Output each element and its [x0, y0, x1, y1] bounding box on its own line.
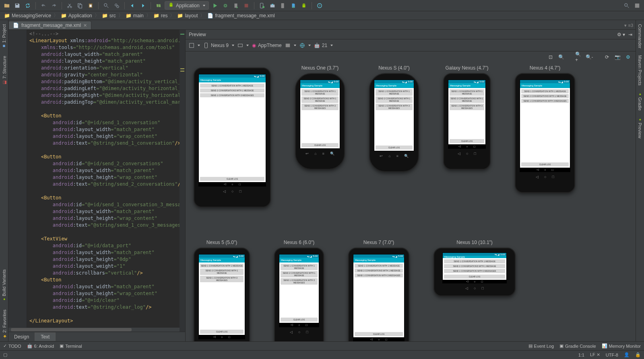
attach-debugger-icon[interactable]	[231, 1, 240, 10]
search-everywhere-icon[interactable]	[622, 1, 631, 10]
file-encoding[interactable]: UTF-8	[606, 353, 618, 357]
breadcrumb-item[interactable]: 📁src	[100, 13, 118, 18]
undo-icon[interactable]	[39, 1, 48, 10]
device-preview[interactable]: Nexus 4 (4.7")▾▴ ◢5:00Messaging SampleSE…	[515, 65, 575, 193]
stop-icon[interactable]	[242, 1, 251, 10]
save-all-icon[interactable]	[13, 1, 22, 10]
favorites-button[interactable]: ★2: Favorites	[2, 307, 7, 341]
activity-icon[interactable]	[285, 43, 296, 48]
forward-icon[interactable]	[138, 1, 147, 10]
make-icon[interactable]	[154, 1, 163, 10]
device-preview[interactable]: Nexus 7 (7.0")▾▴ ◢5:00Messaging SampleSE…	[348, 240, 409, 341]
device-preview[interactable]: Nexus 5 (5.0")▾▴ ◢5:00Messaging SampleSE…	[194, 240, 250, 341]
preview-toolbar: Nexus 9 ◉AppTheme 🤖21	[186, 39, 636, 51]
debug-icon[interactable]	[221, 1, 230, 10]
code-editor[interactable]: <!--...--> <LinearLayout xmlns:android="…	[27, 30, 185, 328]
refresh-icon[interactable]: ⟳	[603, 53, 611, 61]
open-icon[interactable]	[2, 1, 11, 10]
sync-gradle-icon[interactable]	[289, 1, 298, 10]
build-variants-button[interactable]: ⬥Build Variants	[2, 267, 6, 304]
inspection-icon[interactable]: 👤	[624, 352, 630, 357]
folder-icon: 📁	[153, 13, 159, 18]
settings-icon[interactable]: ⚙	[624, 53, 632, 61]
svg-rect-22	[205, 43, 208, 47]
copy-icon[interactable]	[76, 1, 85, 10]
lock-icon[interactable]: 🔒	[635, 352, 641, 357]
breadcrumb-item[interactable]: 📁layout	[175, 13, 199, 18]
gear-icon[interactable]: ⚙ ▾	[617, 32, 625, 37]
svg-rect-16	[281, 3, 284, 8]
status-bar: ▢ 1:1 LF ⨯ UTF-8 👤 🔒	[0, 350, 644, 359]
zoom-in-icon[interactable]: 🔍+	[575, 53, 582, 61]
tab-design[interactable]: Design	[8, 333, 35, 341]
cut-icon[interactable]	[65, 1, 74, 10]
ddms-icon[interactable]	[279, 1, 287, 10]
tab-text[interactable]: Text	[35, 332, 56, 341]
editor-marker-bar[interactable]	[180, 30, 185, 332]
sdk-manager-icon[interactable]	[268, 1, 277, 10]
theme-selector[interactable]: ◉AppTheme	[252, 43, 282, 48]
svg-rect-21	[190, 43, 194, 47]
locale-icon[interactable]	[299, 43, 311, 48]
breadcrumb-item[interactable]: 📁res	[152, 13, 169, 18]
device-preview[interactable]: Galaxy Nexus (4.7")▾▴ ◢5:00Messaging Sam…	[443, 65, 491, 170]
todo-button[interactable]: ✓ TODO	[3, 343, 21, 349]
redo-icon[interactable]	[50, 1, 58, 10]
device-name-label: Nexus 4 (4.7")	[530, 65, 560, 71]
zoom-fit-icon[interactable]: ⊡	[547, 53, 554, 61]
device-preview[interactable]: Nexus S (4.0")▾▴ ◢5:00Messaging SampleSE…	[369, 65, 419, 172]
line-ending[interactable]: LF ⨯	[590, 352, 600, 357]
breadcrumb-item[interactable]: 📁main	[124, 13, 145, 18]
tool-windows-icon[interactable]: ▢	[3, 352, 7, 357]
hide-icon[interactable]: ⇥	[628, 32, 632, 37]
editor-gutter[interactable]	[8, 30, 27, 328]
run-configuration-dropdown[interactable]: Application	[165, 1, 209, 10]
zoom-actual-icon[interactable]: 🔍	[557, 53, 565, 61]
breadcrumb-item[interactable]: 📁Application	[59, 13, 94, 18]
sync-icon[interactable]	[23, 1, 32, 10]
design-text-tabs: Design Text	[8, 332, 185, 341]
orientation-icon[interactable]	[237, 43, 249, 48]
terminal-button[interactable]: ▣ Terminal	[60, 343, 82, 349]
memory-monitor-button[interactable]: 📊 Memory Monitor	[602, 343, 641, 349]
device-preview[interactable]: Nexus 10 (10.1")▾▴ ◢5:00Messaging Sample…	[433, 240, 516, 296]
device-preview[interactable]: Nexus One (3.7")▾▴ ◢5:00Messaging Sample…	[295, 65, 345, 170]
project-tool-button[interactable]: ■1: Project	[2, 22, 6, 51]
dropdown-icon[interactable]: ▾ ≡3	[622, 22, 636, 29]
close-icon[interactable]: ✕	[83, 23, 87, 28]
run-configuration-label: Application	[176, 3, 200, 8]
maven-button[interactable]: Maven Projects	[638, 53, 642, 88]
project-structure-icon[interactable]	[299, 1, 308, 10]
structure-tool-button[interactable]: ◧7: Structure	[2, 53, 7, 88]
replace-icon[interactable]	[112, 1, 121, 10]
horizontal-scrollbar[interactable]	[8, 328, 185, 332]
preview-button[interactable]: ⬥Preview	[638, 115, 642, 141]
breadcrumb-item[interactable]: 📄fragment_message_me.xml	[206, 13, 276, 18]
gradle-button[interactable]: ⬥Gradle	[638, 89, 642, 113]
device-name-label: Nexus 6 (6.0")	[284, 240, 314, 245]
android-button[interactable]: 🤖 6: Android	[27, 343, 54, 349]
paste-icon[interactable]	[86, 1, 95, 10]
svg-point-9	[117, 6, 119, 8]
svg-point-19	[625, 3, 627, 6]
device-preview[interactable]: Nexus 6 (6.0")▾▴ ◢5:00Messaging SampleSE…	[274, 240, 324, 341]
gradle-console-button[interactable]: ▣ Gradle Console	[559, 343, 596, 349]
back-icon[interactable]	[128, 1, 137, 10]
file-tab[interactable]: 📄 fragment_message_me.xml ✕	[8, 21, 91, 29]
run-icon[interactable]	[211, 1, 219, 10]
commander-button[interactable]: Commander	[638, 22, 642, 51]
device-preview[interactable]: ▾▴ ◢5:00Messaging SampleSEND 1 CONVERSAT…	[194, 65, 271, 207]
avd-manager-icon[interactable]	[258, 1, 266, 10]
bottom-tool-stripe: ✓ TODO 🤖 6: Android ▣ Terminal ▤ Event L…	[0, 341, 644, 350]
preview-canvas[interactable]: ▾▴ ◢5:00Messaging SampleSEND 1 CONVERSAT…	[186, 63, 636, 341]
help-icon[interactable]: ?	[315, 1, 324, 10]
api-level-selector[interactable]: 🤖21	[314, 43, 333, 48]
zoom-out-icon[interactable]: 🔍-	[586, 53, 593, 61]
ide-settings-icon[interactable]	[633, 1, 642, 10]
breadcrumb-item[interactable]: 📁MessagingService	[2, 13, 53, 18]
find-icon[interactable]	[102, 1, 111, 10]
event-log-button[interactable]: ▤ Event Log	[528, 343, 554, 349]
screenshot-icon[interactable]: 📷	[614, 53, 621, 61]
render-options-icon[interactable]	[189, 43, 200, 48]
device-selector[interactable]: Nexus 9	[203, 43, 234, 48]
